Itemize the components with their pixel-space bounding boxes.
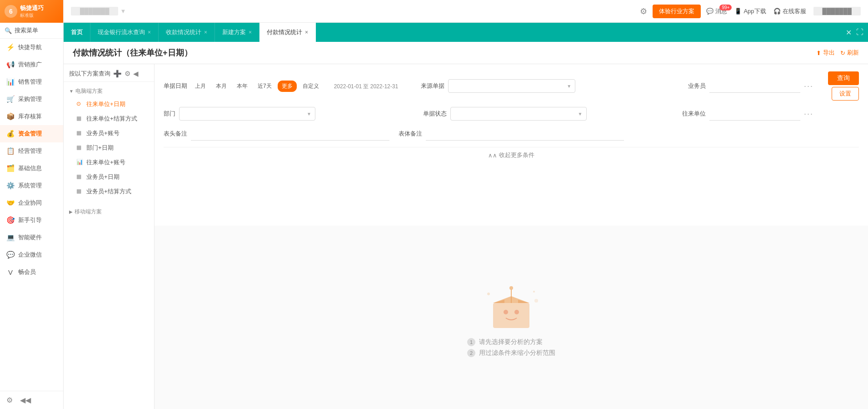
tab-new-scheme-label: 新建方案 [222,28,246,36]
sidebar-item-label: 经营管理 [18,147,42,155]
date-btn-7days[interactable]: 近7天 [254,81,276,92]
scheme-item-dept-date[interactable]: ▦ 部门+日期 [64,141,154,155]
date-btn-more[interactable]: 更多 [278,81,297,92]
collapse-scheme-icon[interactable]: ◀ [133,70,139,78]
query-button[interactable]: 查询 [828,71,859,85]
partner-dots[interactable]: ··· [804,109,813,119]
filter-row-1: 单据日期 上月 本月 本年 近7天 更多 自定义 2022-01-01 至 20… [164,71,859,101]
sidebar-item-purchase[interactable]: 🛒 采购管理 [0,91,63,108]
member-icon: V [6,268,15,276]
service-button[interactable]: 🎧 在线客服 [773,7,806,15]
sidebar-item-hardware[interactable]: 💻 智能硬件 [0,229,63,246]
scheme-item-label: 往来单位+结算方式 [86,115,137,123]
export-icon: ⬆ [816,50,821,56]
sidebar-item-label: 销售管理 [18,78,42,86]
scheme-item-partner-settle[interactable]: ▦ 往来单位+结算方式 [64,111,154,126]
scheme-item-partner-account[interactable]: 📊 往来单位+账号 [64,155,154,170]
tab-receive-stats-close[interactable]: × [204,29,207,35]
body-note-input[interactable] [426,127,624,141]
date-range-display: 2022-01-01 至 2022-12-31 [334,83,398,91]
sidebar-item-marketing[interactable]: 📢 营销推广 [0,56,63,73]
add-scheme-icon[interactable]: ➕ [113,70,122,78]
hint-num-2: 2 [467,349,475,357]
date-btn-last-month[interactable]: 上月 [191,81,210,92]
scheme-item-partner-date[interactable]: ⊙ 往来单位+日期 [64,97,154,111]
scheme-item-label: 往来单位+账号 [86,158,125,167]
settings-button[interactable]: 设置 [832,87,859,101]
sidebar-title: 畅捷通巧 [20,4,44,12]
sidebar-item-guide[interactable]: 🎯 新手引导 [0,212,63,229]
staff-dots[interactable]: ··· [804,81,813,91]
tab-cash-flow[interactable]: 现金银行流水查询 × [90,23,159,42]
filter-docstatus-group: 单据状态 ▼ [423,107,673,121]
tab-pay-stats[interactable]: 付款情况统计 × [259,23,316,42]
sidebar-item-wechat[interactable]: 💬 企业微信 [0,246,63,263]
footer-collapse-icon[interactable]: ◀◀ [20,396,31,404]
search-icon: 🔍 [5,27,12,34]
date-btn-custom[interactable]: 自定义 [299,81,323,92]
sidebar-item-label: 智能硬件 [18,233,42,242]
header-note-input[interactable] [191,127,389,141]
scheme-item-staff-settle[interactable]: ▦ 业务员+结算方式 [64,184,154,199]
sidebar-item-basic-info[interactable]: 🗂️ 基础信息 [0,160,63,177]
date-btn-this-month[interactable]: 本月 [212,81,231,92]
export-button[interactable]: ⬆ 导出 [816,49,835,57]
sidebar-item-enterprise[interactable]: 🤝 企业协同 [0,194,63,212]
mobile-section-title[interactable]: ▶ 移动端方案 [64,206,154,217]
collapse-button[interactable]: ∧∧ 收起更多条件 [164,147,859,163]
sidebar-item-quick-nav[interactable]: ⚡ 快捷导航 [0,39,63,56]
page-actions: ⬆ 导出 ↻ 刷新 [816,49,859,57]
staff-input[interactable] [709,79,800,93]
svg-point-10 [533,291,535,293]
sidebar-item-label: 基础信息 [18,164,42,172]
footer-settings-icon[interactable]: ⚙ [6,396,13,404]
sidebar-item-member[interactable]: V 畅会员 [0,263,63,281]
filter-source-group: 来源单据 ▼ [421,79,679,93]
source-select[interactable]: ▼ [448,79,575,93]
tab-new-scheme[interactable]: 新建方案 × [215,23,259,42]
query-settings-group: 查询 设置 [823,71,859,101]
logo-icon: 6 [5,5,17,18]
sidebar-search[interactable]: 🔍 搜索菜单 [0,23,63,39]
tab-receive-stats[interactable]: 收款情况统计 × [159,23,215,42]
topbar-settings-icon[interactable]: ⚙ [640,6,647,16]
app-download-button[interactable]: 📱 App下载 [734,7,766,15]
empty-hint-text-1: 请先选择要分析的方案 [479,338,543,346]
sidebar-item-sales[interactable]: 📊 销售管理 [0,73,63,91]
date-btn-this-year[interactable]: 本年 [233,81,252,92]
sidebar-item-label: 企业协同 [18,199,42,207]
hint-num-1: 1 [467,338,475,346]
sidebar-subtitle: 标准版 [20,12,44,19]
collapse-arrow-icon: ∧∧ [488,152,497,159]
tabs-right: ✕ ⛶ [841,23,868,42]
main-content: ███████ ▼ ⚙ 体验行业方案 💬 消息 99+ 📱 App下载 🎧 在线… [64,0,868,409]
message-button[interactable]: 💬 消息 99+ [706,7,727,15]
trial-button[interactable]: 体验行业方案 [653,5,701,18]
desktop-section-title[interactable]: ▼ 电脑端方案 [64,86,154,97]
scheme-item-staff-account[interactable]: ▦ 业务员+账号 [64,126,154,141]
sidebar-item-operation[interactable]: 📋 经营管理 [0,142,63,160]
sidebar-item-label: 快捷导航 [18,43,42,51]
tab-close-all-icon[interactable]: ✕ [846,28,852,37]
sidebar-item-inventory[interactable]: 📦 库存核算 [0,108,63,125]
empty-hints: 1 请先选择要分析的方案 2 用过滤条件来缩小分析范围 [467,338,555,357]
settings-scheme-icon[interactable]: ⚙ [125,70,130,78]
tab-pay-stats-close[interactable]: × [305,29,308,35]
doc-status-select[interactable]: ▼ [450,107,587,121]
scheme-panel-title: 按以下方案查询 [69,70,110,78]
sidebar-item-system[interactable]: ⚙️ 系统管理 [0,177,63,194]
scheme-item-icon: ▦ [76,144,84,151]
dept-label: 部门 [164,110,175,118]
guide-icon: 🎯 [6,216,15,224]
tab-home[interactable]: 首页 [64,23,90,42]
tab-new-scheme-close[interactable]: × [249,29,252,35]
wechat-icon: 💬 [6,251,15,259]
dept-select[interactable]: ▼ [179,107,315,121]
tab-fullscreen-icon[interactable]: ⛶ [856,28,863,36]
partner-input[interactable] [709,107,800,121]
sidebar-item-capital[interactable]: 💰 资金管理 [0,125,63,142]
scheme-item-staff-date[interactable]: ▦ 业务员+日期 [64,170,154,184]
tab-cash-flow-close[interactable]: × [148,29,151,35]
sidebar-item-label: 企业微信 [18,251,42,259]
refresh-button[interactable]: ↻ 刷新 [840,49,859,57]
